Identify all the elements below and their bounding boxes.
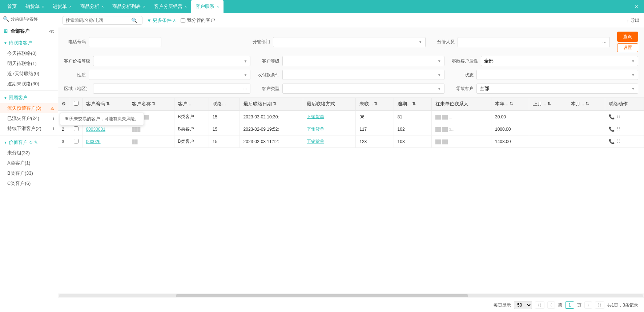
close-customer-contact-tab[interactable]: × — [217, 4, 219, 9]
sidebar-item-b-class[interactable]: B类客户(33) — [0, 168, 58, 178]
sidebar-item-churn-warning[interactable]: 流失预警客户(3) ⚠ — [0, 103, 58, 113]
section-arrow-2: ▼ — [4, 96, 7, 100]
nav-tab-sales[interactable]: 销货单 × — [21, 0, 48, 13]
payment-select[interactable]: ▼ — [282, 70, 444, 80]
manager-dots-icon[interactable]: ··· — [602, 39, 607, 45]
filter-icon: ▼ — [147, 18, 152, 23]
page-size-select[interactable]: 50 100 200 — [514, 301, 532, 309]
search-input[interactable] — [66, 18, 131, 23]
close-analysis-tab[interactable]: × — [101, 4, 104, 9]
zero-attr-select[interactable]: 全部 ▼ — [481, 56, 638, 66]
sidebar-item-overdue-contact[interactable]: 逾期未联络(30) — [0, 79, 58, 89]
collapse-icon[interactable]: ≪ — [49, 28, 54, 34]
nav-tab-analysis[interactable]: 商品分析 × — [76, 0, 108, 13]
export-button[interactable]: ↑ 导出 — [627, 17, 640, 24]
section-review-customers[interactable]: ▼ 回顾客户 — [0, 92, 58, 103]
sidebar-item-churned[interactable]: 已流失客户(24) ℹ — [0, 113, 58, 123]
row3-actions[interactable]: 📞 ⠿ — [605, 135, 644, 148]
col-level[interactable]: 客户... — [174, 98, 209, 110]
row1-action-phone-icon[interactable]: 📞 — [609, 114, 615, 119]
col-last-date[interactable]: 最后联络日期 ⇅ — [240, 98, 303, 110]
nav-tab-analysis-list[interactable]: 商品分析列表 × — [108, 0, 149, 13]
col-year-amount[interactable]: 本年... ⇅ — [491, 98, 529, 110]
scrollbar-thumb[interactable] — [176, 294, 468, 297]
section-value-customers[interactable]: ▼ 价值客户 ↻ ✎ — [0, 137, 58, 148]
row1-actions[interactable]: 📞 ⠿ — [605, 110, 644, 123]
nav-home[interactable]: 首页 — [3, 0, 21, 13]
manager-select[interactable]: ··· — [458, 37, 610, 47]
col-checkbox[interactable] — [70, 98, 82, 110]
row2-actions[interactable]: 📞 ⠿ — [605, 123, 644, 135]
col-settings[interactable]: ⚙ — [58, 98, 70, 110]
close-all-button[interactable]: × — [632, 3, 641, 10]
edit-icon-value[interactable]: ✎ — [34, 140, 38, 145]
select-all-checkbox[interactable] — [74, 101, 79, 106]
price-level-select[interactable]: ▼ — [93, 56, 250, 66]
row3-action-more-icon[interactable]: ⠿ — [617, 139, 620, 144]
col-last-method[interactable]: 最后联络方式 — [303, 98, 356, 110]
nav-tab-customer-layer[interactable]: 客户分层经营 × — [150, 0, 191, 13]
row2-action-phone-icon[interactable]: 📞 — [609, 126, 615, 132]
close-sales-tab[interactable]: × — [42, 4, 44, 9]
sidebar-search-input[interactable] — [11, 16, 58, 21]
row3-code[interactable]: 000026 — [82, 135, 128, 148]
col-this-month[interactable]: 本月... ⇅ — [567, 98, 605, 110]
row2-last-method[interactable]: 下销货单 — [303, 123, 356, 135]
col-person[interactable]: 往来单位联系人 — [431, 98, 491, 110]
row2-this-month — [567, 123, 605, 135]
scrollbar-track[interactable] — [59, 294, 643, 297]
customer-level-select[interactable]: ▼ — [282, 56, 444, 66]
col-code[interactable]: 客户编码 ⇅ — [82, 98, 128, 110]
close-analysis-list-tab[interactable]: × — [143, 4, 145, 9]
customer-type-select[interactable]: ▼ — [282, 84, 444, 94]
more-conditions-btn[interactable]: ▼ 更多条件 ∧ — [147, 17, 176, 24]
row3-checkbox[interactable] — [70, 135, 82, 148]
area-dots-icon[interactable]: ··· — [243, 86, 247, 92]
row3-action-phone-icon[interactable]: 📞 — [609, 139, 615, 144]
sidebar-item-tomorrow[interactable]: 明天待联络(1) — [0, 58, 58, 69]
refresh-icon-value[interactable]: ↻ — [29, 140, 33, 145]
row3-not-contact: 123 — [356, 135, 394, 148]
phone-input[interactable] — [89, 37, 161, 47]
sidebar-item-ungrouped[interactable]: 未分组(32) — [0, 148, 58, 158]
all-customers-header[interactable]: ⊞ 全部客户 ≪ — [0, 25, 58, 37]
col-name[interactable]: 客户名称 ⇅ — [128, 98, 174, 110]
row2-action-more-icon[interactable]: ⠿ — [617, 126, 620, 132]
query-button[interactable]: 查询 — [617, 32, 638, 42]
area-select[interactable]: ··· — [93, 84, 250, 94]
sidebar-item-declining[interactable]: 持续下滑客户(2) ℹ — [0, 123, 58, 134]
section-pending-contact[interactable]: ▼ 待联络客户 — [0, 37, 58, 48]
sidebar-item-c-class[interactable]: C类客户(6) — [0, 178, 58, 189]
col-last-month[interactable]: 上月... ⇅ — [529, 98, 567, 110]
zero-customer-select[interactable]: 全部 ▼ — [476, 84, 638, 94]
sidebar-item-a-class[interactable]: A类客户(1) — [0, 158, 58, 168]
close-purchase-tab[interactable]: × — [69, 4, 71, 9]
first-page-btn[interactable]: ⟨⟨ — [535, 301, 544, 309]
my-customers-checkbox-label[interactable]: 我分管的客户 — [181, 17, 215, 24]
close-customer-layer-tab[interactable]: × — [185, 4, 187, 9]
col-overdue[interactable]: 逾期... ⇅ — [394, 98, 431, 110]
dept-select[interactable]: ▼ — [273, 37, 425, 47]
row2-select[interactable] — [74, 126, 79, 131]
col-not-contact[interactable]: 未联... ⇅ — [356, 98, 394, 110]
sidebar-item-today[interactable]: 今天待联络(0) — [0, 48, 58, 58]
nav-tab-customer-contact[interactable]: 客户联系 × — [191, 0, 223, 13]
row3-select[interactable] — [74, 139, 79, 143]
row1-last-method[interactable]: 下销货单 — [303, 110, 356, 123]
prev-page-btn[interactable]: ⟨ — [547, 301, 555, 309]
settings-button[interactable]: 设置 — [617, 43, 638, 52]
my-customers-checkbox[interactable] — [181, 18, 185, 23]
status-select[interactable]: ▼ — [476, 70, 638, 80]
horizontal-scrollbar[interactable] — [58, 293, 644, 298]
nature-select[interactable]: ▼ — [89, 70, 250, 80]
next-page-btn[interactable]: ⟩ — [584, 301, 592, 309]
sidebar-item-7days[interactable]: 近7天待联络(0) — [0, 69, 58, 79]
nav-tab-purchase[interactable]: 进货单 × — [48, 0, 76, 13]
search-button[interactable]: 🔍 — [131, 17, 137, 23]
zero-customer-field: 零散客户 全部 ▼ — [452, 84, 638, 94]
row1-last-date: 2023-03-02 10:30: — [240, 110, 303, 123]
last-page-btn[interactable]: ⟩⟩ — [595, 301, 604, 309]
col-contact-count[interactable]: 联络... — [209, 98, 240, 110]
row3-last-method[interactable]: 下销货单 — [303, 135, 356, 148]
row1-action-more-icon[interactable]: ⠿ — [617, 114, 620, 119]
